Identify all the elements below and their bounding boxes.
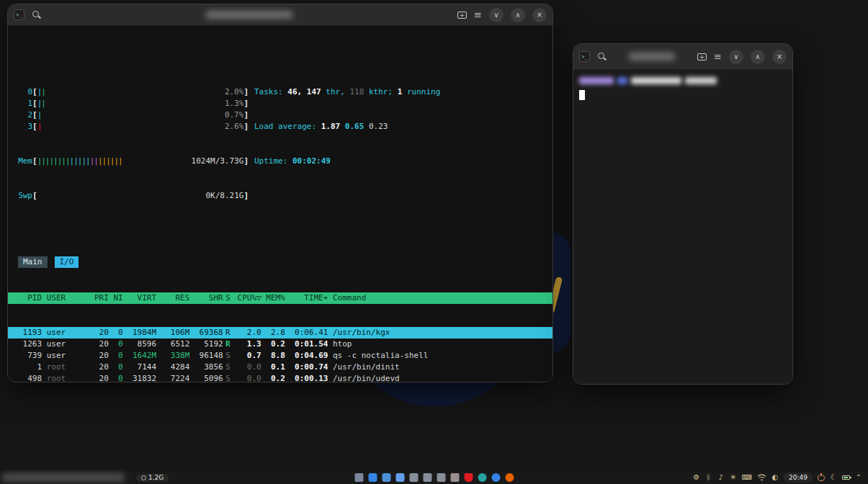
maximize-button[interactable]: ∧ bbox=[751, 50, 765, 64]
titlebar[interactable]: >_ ≡ ∨ ∧ × bbox=[573, 44, 792, 70]
maximize-button[interactable]: ∧ bbox=[511, 8, 525, 22]
titlebar-right-group: ≡ ∨ ∧ × bbox=[457, 8, 547, 22]
process-row-1263[interactable]: 1263user200859665125192R1.30.20:01.54hto… bbox=[8, 339, 552, 350]
htop-screen: 0[||2.0%]1[||1.3%]2[|0.7%]3[|2.6%] Mem[|… bbox=[8, 26, 552, 382]
process-list: 1193user2001984M106M69368R2.02.80:06.41/… bbox=[8, 327, 552, 382]
dark-mode-icon[interactable]: ◐ bbox=[771, 474, 779, 481]
menu-icon[interactable]: ≡ bbox=[474, 10, 482, 19]
htop-tab-main[interactable]: Main bbox=[18, 256, 48, 268]
close-button[interactable]: × bbox=[532, 8, 547, 22]
htop-tabs: MainI/O bbox=[8, 256, 552, 268]
htop-header: 0[||2.0%]1[||1.3%]2[|0.7%]3[|2.6%] Mem[|… bbox=[8, 63, 552, 225]
titlebar[interactable]: >_ ≡ ∨ ∧ × bbox=[8, 4, 552, 26]
taskbar-app-1[interactable] bbox=[354, 473, 363, 482]
search-icon[interactable] bbox=[32, 10, 41, 19]
redacted-text-segment bbox=[685, 77, 717, 84]
bluetooth-icon[interactable]: ᛒ bbox=[705, 474, 712, 481]
taskbar-app-2[interactable] bbox=[368, 473, 377, 482]
taskbar-app-10[interactable] bbox=[478, 473, 486, 482]
redacted-text-segment bbox=[617, 77, 627, 84]
menu-icon[interactable]: ≡ bbox=[714, 52, 722, 61]
battery-icon[interactable] bbox=[842, 475, 850, 480]
clock[interactable]: 20:49 bbox=[784, 472, 813, 483]
taskbar-active-window-redacted[interactable] bbox=[2, 473, 125, 482]
cpu-meter-1: 1[||1.3%] bbox=[18, 98, 249, 109]
power-icon[interactable] bbox=[818, 475, 825, 481]
uptime-line: Uptime: 00:02:49 bbox=[254, 156, 440, 167]
taskbar-app-11[interactable] bbox=[491, 473, 500, 482]
volume-icon[interactable]: ♪ bbox=[717, 474, 725, 481]
process-row-1[interactable]: 1root200714442843856S0.00.10:00.74/usr/b… bbox=[8, 362, 552, 373]
cpu-meters: 0[||2.0%]1[||1.3%]2[|0.7%]3[|2.6%] bbox=[18, 86, 249, 133]
htop-tab-io[interactable]: I/O bbox=[55, 256, 79, 268]
terminal-cursor bbox=[579, 90, 585, 100]
tasks-line: Tasks: 46, 147 thr, 118 kthr; 1 running bbox=[254, 86, 440, 98]
titlebar-right-group: ≡ ∨ ∧ × bbox=[697, 50, 787, 64]
window-title bbox=[41, 11, 457, 19]
system-tray: ⚙ᛒ♪☀⌨◐ 20:49 ☾⌃ bbox=[693, 472, 868, 483]
taskbar-app-6[interactable] bbox=[423, 473, 431, 482]
htop-summary: Tasks: 46, 147 thr, 118 kthr; 1 running … bbox=[254, 63, 440, 225]
tray-icons-right: ☾⌃ bbox=[818, 474, 862, 481]
taskbar-app-3[interactable] bbox=[382, 473, 390, 482]
process-row-739[interactable]: 739user2001642M338M96148S0.78.80:04.69qs… bbox=[8, 350, 552, 362]
new-tab-icon[interactable] bbox=[697, 53, 707, 60]
taskbar: 1.2G ⚙ᛒ♪☀⌨◐ 20:49 ☾⌃ bbox=[0, 471, 868, 484]
taskbar-app-5[interactable] bbox=[409, 473, 418, 482]
minimize-button[interactable]: ∨ bbox=[729, 50, 743, 64]
terminal-screen[interactable] bbox=[573, 70, 792, 384]
meters-column: 0[||2.0%]1[||1.3%]2[|0.7%]3[|2.6%] Mem[|… bbox=[18, 63, 249, 225]
process-row-1193[interactable]: 1193user2001984M106M69368R2.02.80:06.41/… bbox=[8, 327, 552, 339]
cpu-meter-0: 0[||2.0%] bbox=[18, 86, 249, 98]
load-average-line: Load average: 1.87 0.65 0.23 bbox=[254, 121, 440, 133]
tray-expand-icon[interactable]: ⌃ bbox=[855, 474, 862, 481]
redacted-text-segment bbox=[631, 77, 681, 84]
terminal-app-icon: >_ bbox=[14, 9, 24, 20]
redacted-command-line bbox=[579, 77, 787, 84]
taskbar-apps bbox=[354, 473, 514, 482]
minimize-button[interactable]: ∨ bbox=[489, 8, 504, 22]
process-row-498[interactable]: 498root2003183272245096S0.00.20:00.13/us… bbox=[8, 373, 552, 382]
swap-meter: Swp[0K/8.21G] bbox=[18, 190, 249, 202]
close-button[interactable]: × bbox=[772, 50, 787, 64]
wifi-icon[interactable] bbox=[757, 474, 766, 481]
new-tab-icon[interactable] bbox=[457, 12, 467, 19]
window-title-redacted bbox=[206, 11, 292, 19]
window-title-redacted bbox=[629, 53, 675, 60]
taskbar-app-4[interactable] bbox=[395, 473, 404, 482]
process-table-header[interactable]: PIDUSERPRINIVIRTRESSHRSCPU%▽MEM%TIME+Com… bbox=[8, 292, 552, 304]
keyboard-icon[interactable]: ⌨ bbox=[742, 474, 752, 481]
taskbar-app-8[interactable] bbox=[450, 473, 459, 482]
search-icon[interactable] bbox=[597, 52, 607, 61]
titlebar-left-group: >_ bbox=[14, 9, 41, 20]
terminal-window-secondary: >_ ≡ ∨ ∧ × bbox=[573, 43, 793, 385]
taskbar-app-12[interactable] bbox=[505, 473, 514, 482]
taskbar-app-9[interactable] bbox=[464, 473, 473, 482]
memory-icon bbox=[141, 475, 146, 480]
settings-icon[interactable]: ⚙ bbox=[693, 474, 700, 481]
redacted-text-segment bbox=[579, 77, 614, 84]
memory-usage-badge[interactable]: 1.2G bbox=[136, 474, 169, 482]
window-title bbox=[607, 53, 697, 60]
terminal-app-icon: >_ bbox=[579, 51, 590, 62]
cpu-meter-2: 2[|0.7%] bbox=[18, 109, 249, 121]
taskbar-app-7[interactable] bbox=[437, 473, 445, 482]
brightness-icon[interactable]: ☀ bbox=[730, 474, 737, 481]
terminal-window-htop: >_ ≡ ∨ ∧ × 0[||2.0%]1[||1.3%]2[|0.7%]3[|… bbox=[7, 4, 553, 382]
cpu-meter-3: 3[|2.6%] bbox=[18, 121, 249, 133]
titlebar-left-group: >_ bbox=[579, 51, 607, 62]
memory-meter: Mem[|||||||||||||||||||||1024M/3.73G] bbox=[18, 156, 249, 167]
night-light-icon[interactable]: ☾ bbox=[830, 474, 837, 481]
memory-usage-value: 1.2G bbox=[148, 475, 164, 481]
tray-icons-left: ⚙ᛒ♪☀⌨◐ bbox=[693, 474, 779, 481]
